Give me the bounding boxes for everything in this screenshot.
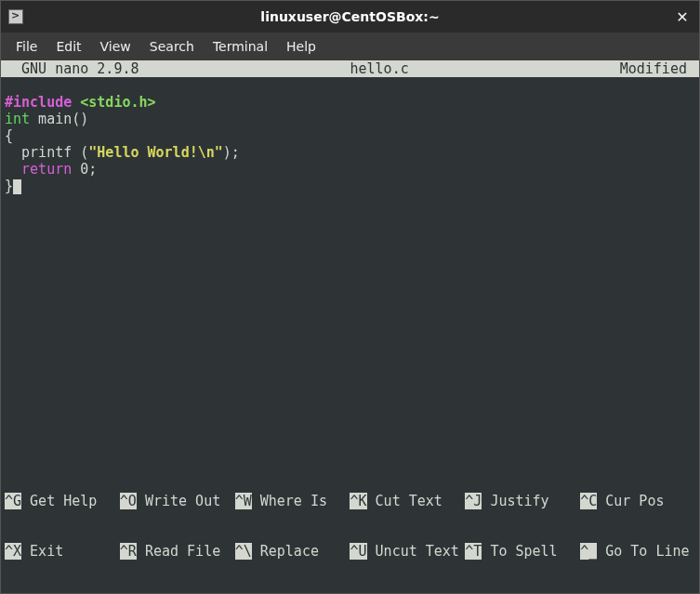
shortcut-where-is: ^W Where Is xyxy=(235,493,350,509)
shortcut-justify: ^J Justify xyxy=(465,493,580,509)
editor-content[interactable]: #include <stdio.h> int main() { printf (… xyxy=(1,94,699,194)
shortcut-exit: ^X Exit xyxy=(5,543,120,560)
footer-row-1: ^G Get Help ^O Write Out ^W Where Is ^K … xyxy=(5,493,695,509)
nano-header: GNU nano 2.9.8 hello.c Modified xyxy=(1,60,699,77)
shortcut-to-spell: ^T To Spell xyxy=(465,543,580,560)
code-brace-open: { xyxy=(5,127,13,144)
window-title: linuxuser@CentOSBox:~ xyxy=(260,9,439,24)
nano-version: GNU nano 2.9.8 xyxy=(5,60,139,77)
menu-help[interactable]: Help xyxy=(277,35,325,58)
menu-search[interactable]: Search xyxy=(140,35,204,58)
code-header: <stdio.h> xyxy=(80,94,155,111)
cursor xyxy=(13,179,21,194)
terminal-icon xyxy=(8,9,23,24)
shortcut-write-out: ^O Write Out xyxy=(120,493,235,509)
terminal-window: linuxuser@CentOSBox:~ ✕ File Edit View S… xyxy=(0,0,700,594)
menu-view[interactable]: View xyxy=(91,35,140,58)
shortcut-uncut-text: ^U Uncut Text xyxy=(350,543,465,560)
titlebar: linuxuser@CentOSBox:~ ✕ xyxy=(1,1,699,33)
nano-status: Modified xyxy=(620,60,695,77)
code-return: return xyxy=(21,161,72,178)
nano-footer: ^G Get Help ^O Write Out ^W Where Is ^K … xyxy=(1,459,699,593)
code-printf: printf ( xyxy=(5,144,88,161)
shortcut-cut-text: ^K Cut Text xyxy=(350,493,465,509)
footer-row-2: ^X Exit ^R Read File ^\ Replace ^U Uncut… xyxy=(5,543,695,560)
code-main: main() xyxy=(30,111,88,127)
nano-filename: hello.c xyxy=(139,60,620,77)
shortcut-replace: ^\ Replace xyxy=(235,543,350,560)
code-string: "Hello World!\n" xyxy=(88,144,223,161)
menu-edit[interactable]: Edit xyxy=(46,35,90,58)
menu-terminal[interactable]: Terminal xyxy=(204,35,277,58)
shortcut-cur-pos: ^C Cur Pos xyxy=(580,493,695,509)
terminal-area[interactable]: GNU nano 2.9.8 hello.c Modified #include… xyxy=(1,60,699,593)
menubar: File Edit View Search Terminal Help xyxy=(1,33,699,60)
close-button[interactable]: ✕ xyxy=(673,7,692,26)
code-preproc: #include xyxy=(5,94,72,111)
shortcut-get-help: ^G Get Help xyxy=(5,493,120,509)
menu-file[interactable]: File xyxy=(7,35,46,58)
code-brace-close: } xyxy=(5,178,13,194)
shortcut-read-file: ^R Read File xyxy=(120,543,235,560)
code-type: int xyxy=(5,111,30,127)
shortcut-go-to-line: ^_ Go To Line xyxy=(580,543,695,560)
